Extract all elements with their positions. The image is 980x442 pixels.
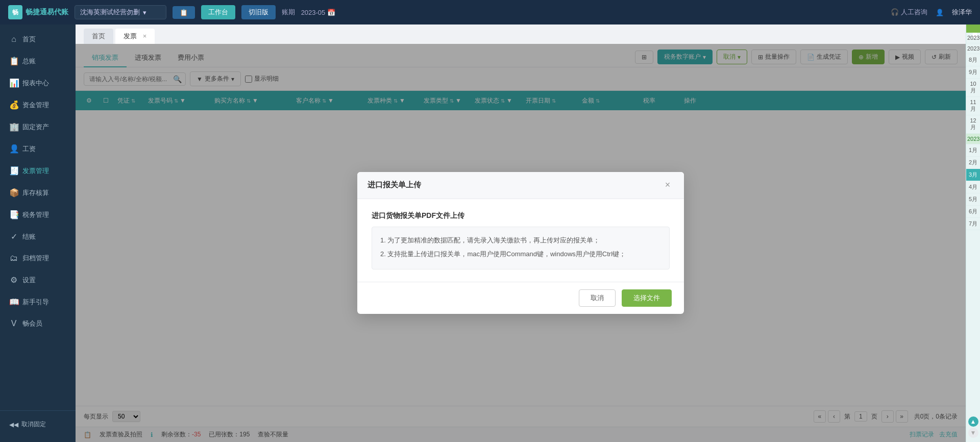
sidebar-item-vip[interactable]: V 畅会员 xyxy=(0,313,76,334)
period-item[interactable]: 2023.03 xyxy=(966,33,980,43)
sidebar-item-tax[interactable]: 📑 税务管理 xyxy=(0,204,76,226)
sidebar-label-invoices: 发票管理 xyxy=(22,166,49,176)
period-item[interactable]: 11月 xyxy=(966,97,980,115)
tab-invoices[interactable]: 发票 × xyxy=(115,29,155,44)
period-item[interactable]: 4月 xyxy=(966,181,980,193)
tab-invoices-label: 发票 xyxy=(124,32,137,40)
sidebar: ⌂ 首页 📋 总账 📊 报表中心 💰 资金管理 🏢 固定资产 👤 工资 🧾 发票… xyxy=(0,24,76,442)
home-icon: ⌂ xyxy=(9,35,18,44)
period-item-year[interactable]: 2023 xyxy=(966,134,980,144)
modal-notice-line2: 2. 支持批量上传进口报关单，mac用户使用Command键，windows用户… xyxy=(380,248,661,260)
period-item[interactable]: 2023.03 xyxy=(966,43,980,54)
tab-close-icon[interactable]: × xyxy=(143,32,147,40)
settlement-icon: ✓ xyxy=(9,232,18,241)
settings-icon: ⚙ xyxy=(9,275,18,285)
sidebar-label-settlement: 结账 xyxy=(22,232,36,241)
top-bar-right: 🎧 人工咨询 👤 徐泽华 xyxy=(891,8,972,17)
period-item[interactable]: 6月 xyxy=(966,206,980,218)
modal: 进口报关单上传 × 进口货物报关单PDF文件上传 1. 为了更加精准的数据匹配，… xyxy=(357,172,684,314)
period-list: 2023.03 2023.03 8月 9月 10月 11月 12月 2023 1… xyxy=(966,33,980,412)
sidebar-item-settlement[interactable]: ✓ 结账 xyxy=(0,226,76,248)
sidebar-label-home: 首页 xyxy=(22,35,36,44)
sidebar-label-archive: 归档管理 xyxy=(22,254,49,263)
modal-header: 进口报关单上传 × xyxy=(357,172,684,199)
modal-select-file-btn[interactable]: 选择文件 xyxy=(622,289,672,307)
collapse-label: 取消固定 xyxy=(21,420,46,429)
pin-icon: ◀◀ xyxy=(9,421,18,428)
user-name: 徐泽华 xyxy=(952,8,972,17)
vip-icon: V xyxy=(9,319,18,328)
collapse-btn[interactable]: ◀◀ 取消固定 xyxy=(0,415,76,434)
sidebar-item-settings[interactable]: ⚙ 设置 xyxy=(0,269,76,291)
modal-body: 进口货物报关单PDF文件上传 1. 为了更加精准的数据匹配，请先录入海关缴款书，… xyxy=(357,199,684,282)
sidebar-label-reports: 报表中心 xyxy=(22,79,49,88)
modal-section-title: 进口货物报关单PDF文件上传 xyxy=(372,211,670,220)
ledger-icon: 📋 xyxy=(9,56,18,66)
archive-icon: 🗂 xyxy=(9,254,18,263)
tab-home[interactable]: 首页 xyxy=(84,29,113,44)
right-panel: 开票日期选择 2023.03 2023.03 8月 9月 10月 11月 12月… xyxy=(966,24,980,442)
sidebar-label-ledger: 总账 xyxy=(22,57,36,66)
workspace-button[interactable]: 工作台 xyxy=(201,5,235,19)
period-item[interactable]: 5月 xyxy=(966,193,980,206)
tab-bar: 首页 发票 × xyxy=(76,24,966,44)
main-layout: ⌂ 首页 📋 总账 📊 报表中心 💰 资金管理 🏢 固定资产 👤 工资 🧾 发票… xyxy=(0,24,980,442)
sidebar-item-salary[interactable]: 👤 工资 xyxy=(0,138,76,160)
app-name: 畅捷通易代账 xyxy=(26,8,68,17)
sidebar-item-reports[interactable]: 📊 报表中心 xyxy=(0,72,76,94)
period-value: 2023-05 xyxy=(301,9,326,16)
tax-icon: 📑 xyxy=(9,210,18,219)
logo-icon: 畅 xyxy=(8,5,22,19)
period-label: 账期 2023-05 📅 xyxy=(282,8,335,17)
modal-footer: 取消 选择文件 xyxy=(357,282,684,314)
sidebar-label-tax: 税务管理 xyxy=(22,210,49,219)
sidebar-item-archive[interactable]: 🗂 归档管理 xyxy=(0,248,76,269)
period-item-active[interactable]: 3月 xyxy=(966,169,980,181)
period-item[interactable]: 9月 xyxy=(966,66,980,79)
sidebar-label-funds: 资金管理 xyxy=(22,101,49,110)
page-area: 销项发票 进项发票 费用小票 ⊞ 税务数字账户 ▾ 取消 ▾ ⊞ 批量操作 xyxy=(76,44,966,442)
open-date-selector-btn[interactable]: 开票日期选择 xyxy=(966,24,980,33)
copy-button[interactable]: 📋 xyxy=(173,6,195,19)
sidebar-label-settings: 设置 xyxy=(22,276,36,285)
invoices-icon: 🧾 xyxy=(9,166,18,176)
assets-icon: 🏢 xyxy=(9,122,18,132)
sidebar-item-inventory[interactable]: 📦 库存核算 xyxy=(0,182,76,204)
guide-icon: 📖 xyxy=(9,297,18,307)
sidebar-item-guide[interactable]: 📖 新手引导 xyxy=(0,291,76,313)
sidebar-label-guide: 新手引导 xyxy=(22,298,49,307)
period-item[interactable]: 2月 xyxy=(966,157,980,169)
funds-icon: 💰 xyxy=(9,100,18,110)
scroll-up-btn[interactable]: ▲ xyxy=(968,416,978,427)
support-btn[interactable]: 🎧 人工咨询 xyxy=(891,8,927,17)
inventory-icon: 📦 xyxy=(9,188,18,198)
company-selector[interactable]: 沈海英测试经营勿删 ▾ xyxy=(75,5,166,19)
sidebar-label-salary: 工资 xyxy=(22,144,36,154)
sidebar-item-assets[interactable]: 🏢 固定资产 xyxy=(0,116,76,138)
period-item[interactable]: 10月 xyxy=(966,79,980,97)
sidebar-bottom: ◀◀ 取消固定 xyxy=(0,410,76,438)
sidebar-item-funds[interactable]: 💰 资金管理 xyxy=(0,94,76,116)
calendar-icon[interactable]: 📅 xyxy=(327,9,335,16)
modal-close-btn[interactable]: × xyxy=(662,179,674,191)
period-item[interactable]: 12月 xyxy=(966,115,980,134)
modal-notice-line1: 1. 为了更加精准的数据匹配，请先录入海关缴款书，再上传对应的报关单； xyxy=(380,234,661,246)
switch-version-button[interactable]: 切旧版 xyxy=(241,5,276,19)
modal-overlay: 进口报关单上传 × 进口货物报关单PDF文件上传 1. 为了更加精准的数据匹配，… xyxy=(76,44,966,442)
sidebar-item-invoices[interactable]: 🧾 发票管理 xyxy=(0,160,76,182)
modal-notice-box: 1. 为了更加精准的数据匹配，请先录入海关缴款书，再上传对应的报关单； 2. 支… xyxy=(372,227,670,270)
modal-cancel-btn[interactable]: 取消 xyxy=(579,289,616,307)
period-item[interactable]: 8月 xyxy=(966,54,980,66)
company-dropdown-icon: ▾ xyxy=(143,9,146,16)
sidebar-label-vip: 畅会员 xyxy=(22,319,42,328)
sidebar-label-assets: 固定资产 xyxy=(22,122,49,132)
modal-title: 进口报关单上传 xyxy=(368,180,421,190)
sidebar-item-ledger[interactable]: 📋 总账 xyxy=(0,50,76,72)
period-item[interactable]: 1月 xyxy=(966,144,980,157)
sidebar-item-home[interactable]: ⌂ 首页 xyxy=(0,29,76,50)
salary-icon: 👤 xyxy=(9,144,18,154)
period-item[interactable]: 7月 xyxy=(966,218,980,230)
scroll-down-btn[interactable]: ▼ xyxy=(968,428,978,438)
company-name: 沈海英测试经营勿删 xyxy=(80,8,140,17)
app-logo: 畅 畅捷通易代账 xyxy=(8,5,68,19)
